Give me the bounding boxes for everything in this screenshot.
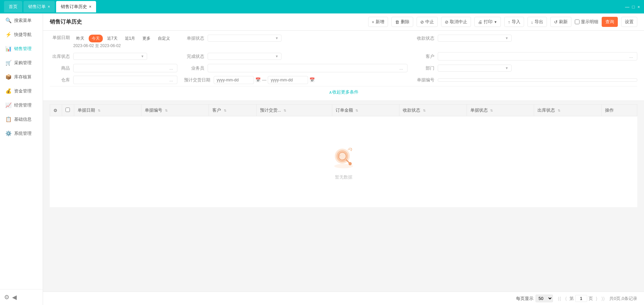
date-btn-custom[interactable]: 自定义	[155, 35, 173, 42]
col-doc-status[interactable]: 单据状态 ⇅	[467, 105, 534, 116]
first-page-btn[interactable]: ⟨⟨	[556, 295, 562, 302]
next-page-btn[interactable]: ⟩	[594, 295, 599, 302]
svg-text:?: ?	[338, 154, 340, 158]
cancel-stop-button[interactable]: ⊘ 取消中止	[441, 17, 471, 27]
system-icon: ⚙️	[5, 130, 11, 137]
sidebar: 🔍 搜索菜单 ⚡ 快捷导航 📊 销售管理 🛒 采购管理 📦 库存核算 💰 资金管…	[0, 13, 43, 305]
outbound-select[interactable]: ▼	[73, 53, 147, 60]
col-docno[interactable]: 单据编号 ⇅	[141, 105, 209, 116]
sidebar-sales-label: 销售管理	[14, 46, 32, 52]
delivery-from-cal[interactable]: 📅	[255, 77, 261, 82]
goods-dots[interactable]: ...	[168, 66, 174, 71]
import-button[interactable]: ↑ 导入	[504, 17, 524, 27]
col-docno-sort: ⇅	[165, 109, 168, 112]
date-btn-yesterday[interactable]: 昨天	[73, 35, 87, 42]
dept-select[interactable]: ▼	[438, 65, 512, 72]
col-date-sort: ⇅	[98, 109, 100, 112]
tab-sales-order-history[interactable]: 销售订单历史 ×	[56, 1, 96, 12]
status-select[interactable]: ▼	[208, 35, 282, 42]
payment-chevron: ▼	[505, 36, 509, 40]
sidebar-system-label: 系统管理	[14, 130, 32, 137]
tab-sales-order[interactable]: 销售订单 ×	[24, 1, 55, 12]
date-btn-today[interactable]: 今天	[89, 35, 103, 42]
tab-home[interactable]: 首页	[4, 1, 22, 12]
display-toggle[interactable]: 显示明细	[575, 19, 598, 25]
page-number-input[interactable]	[575, 295, 587, 302]
customer-dots[interactable]: ...	[628, 54, 634, 59]
add-button[interactable]: + 新增	[368, 17, 388, 27]
top-bar: 首页 销售订单 × 销售订单历史 × — □ ×	[0, 0, 644, 13]
col-payment-status[interactable]: 收款状态 ⇅	[399, 105, 467, 116]
date-btn-1month[interactable]: 近1月	[122, 35, 138, 42]
col-customer-label: 客户	[212, 108, 221, 113]
sidebar-inventory-label: 库存核算	[14, 74, 32, 80]
select-all-checkbox[interactable]	[66, 108, 70, 112]
delivery-to-cal[interactable]: 📅	[309, 77, 315, 82]
minimize-button[interactable]: —	[625, 4, 630, 9]
export-button[interactable]: ↓ 导出	[527, 17, 547, 27]
export-icon: ↓	[531, 20, 533, 25]
data-table: ⚙ 单据日期 ⇅ 单据编号 ⇅ 客户 ⇅	[50, 104, 637, 207]
col-delivery[interactable]: 预计交货... ⇅	[256, 105, 332, 116]
salesperson-dots[interactable]: ...	[398, 66, 404, 71]
payment-select[interactable]: ▼	[438, 35, 512, 42]
prev-page-btn[interactable]: ⟨	[564, 295, 568, 302]
sidebar-item-system[interactable]: ⚙️ 系统管理	[0, 126, 43, 141]
collapse-icon: ∧	[329, 90, 332, 95]
col-amount-sort: ⇅	[355, 109, 358, 112]
display-toggle-checkbox[interactable]	[575, 20, 579, 24]
collapse-btn[interactable]: ∧ 收起更多条件	[50, 88, 637, 97]
col-amount[interactable]: 订单金额 ⇅	[332, 105, 399, 116]
per-page-select[interactable]: 50 10 20 100	[535, 295, 553, 302]
page-header: 销售订单历史 + 新增 🗑 删除 ⊘ 中止 ⊘ 取消中止	[43, 13, 644, 31]
delivery-to-input[interactable]	[268, 76, 308, 84]
sidebar-settings-btn[interactable]: ⚙	[4, 294, 9, 301]
sidebar-item-search[interactable]: 🔍 搜索菜单	[0, 13, 43, 28]
tab-sales-order-label: 销售订单	[28, 4, 46, 10]
col-outbound-status[interactable]: 出库状态 ⇅	[534, 105, 601, 116]
restore-button[interactable]: □	[632, 4, 635, 9]
settings-button[interactable]: 设置	[621, 17, 637, 27]
display-toggle-label: 显示明细	[581, 19, 598, 25]
tab-sales-order-history-label: 销售订单历史	[61, 4, 87, 10]
table-settings-th[interactable]: ⚙	[50, 105, 62, 116]
settings-label: 设置	[625, 19, 634, 25]
delivery-from-input[interactable]	[214, 76, 254, 84]
finance-icon: 💰	[5, 88, 11, 94]
sales-icon: 📊	[5, 46, 11, 52]
warehouse-dots[interactable]: ...	[168, 77, 174, 82]
doc-no-label: 单据编号	[414, 77, 438, 83]
query-button[interactable]: 查询	[602, 17, 618, 27]
sidebar-item-inventory[interactable]: 📦 库存核算	[0, 70, 43, 84]
refresh-button[interactable]: ↺ 刷新	[550, 17, 571, 27]
empty-state: ? 暂无数据	[50, 116, 637, 207]
delete-button[interactable]: 🗑 删除	[391, 17, 413, 27]
goods-label: 商品	[50, 65, 73, 71]
delivery-dash: —	[262, 77, 266, 82]
basics-icon: 📋	[5, 116, 11, 122]
complete-select[interactable]: ▼	[208, 53, 282, 60]
col-delivery-label: 预计交货...	[260, 108, 281, 113]
sidebar-collapse-btn[interactable]: ◀	[12, 294, 17, 301]
col-payment-sort: ⇅	[423, 109, 426, 112]
dept-label: 部门	[414, 65, 438, 71]
per-page-label: 每页显示	[516, 296, 533, 302]
sidebar-item-finance[interactable]: 💰 资金管理	[0, 84, 43, 98]
col-date[interactable]: 单据日期 ⇅	[74, 105, 141, 116]
last-page-btn[interactable]: ⟩⟩	[600, 295, 606, 302]
sidebar-item-purchase[interactable]: 🛒 采购管理	[0, 56, 43, 70]
print-button[interactable]: 🖨 打印 ▼	[474, 17, 501, 27]
tab-sales-order-close[interactable]: ×	[48, 4, 50, 9]
sidebar-item-sales[interactable]: 📊 销售管理	[0, 42, 43, 56]
add-icon: +	[372, 20, 375, 25]
col-customer[interactable]: 客户 ⇅	[209, 105, 256, 116]
sidebar-item-quick-nav[interactable]: ⚡ 快捷导航	[0, 28, 43, 42]
date-btn-7days[interactable]: 近7天	[104, 35, 121, 42]
date-btn-more[interactable]: 更多	[139, 35, 154, 42]
table-check-th[interactable]	[62, 105, 74, 116]
stop-button[interactable]: ⊘ 中止	[417, 17, 438, 27]
sidebar-item-basics[interactable]: 📋 基础信息	[0, 112, 43, 126]
tab-sales-order-history-close[interactable]: ×	[89, 4, 91, 9]
sidebar-item-operations[interactable]: 📈 经营管理	[0, 98, 43, 112]
close-window-button[interactable]: ×	[637, 4, 640, 9]
